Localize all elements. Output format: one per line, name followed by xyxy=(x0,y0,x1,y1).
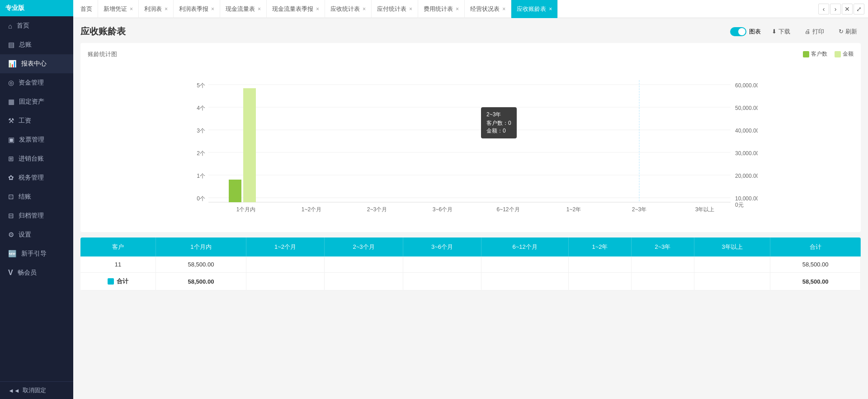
customers-color-dot xyxy=(803,51,809,57)
tab-bar: 首页 新增凭证 × 利润表 × 利润表季报 × 现金流量表 × 现金流量表季报 … xyxy=(73,0,868,18)
tab-cashflow-quarterly[interactable]: 现金流量表季报 × xyxy=(267,0,325,18)
sidebar-item-assets[interactable]: ▦ 固定资产 xyxy=(0,92,73,111)
col-m12: 1~2个月 xyxy=(246,238,325,256)
reports-icon: 📊 xyxy=(8,60,17,68)
close-icon[interactable]: × xyxy=(456,6,459,12)
sidebar-item-guide[interactable]: 🆕 新手引导 xyxy=(0,244,73,263)
chart-title: 账龄统计图 xyxy=(88,50,854,58)
total-label-container: 合计 xyxy=(84,277,152,285)
page-title: 应收账龄表 xyxy=(80,25,126,38)
svg-text:1~2个月: 1~2个月 xyxy=(302,206,321,213)
close-icon[interactable]: × xyxy=(316,6,319,12)
tab-maximize-button[interactable]: ⤢ xyxy=(854,4,864,14)
cell-y3plus xyxy=(694,256,770,273)
tab-prev-button[interactable]: ‹ xyxy=(818,4,829,14)
table-header-row: 客户 1个月内 1~2个月 2~3个月 3~6个月 6~12个月 1~2年 2~… xyxy=(80,238,861,256)
vip-icon: V xyxy=(8,269,13,277)
tab-nav-buttons: ‹ › ✕ ⤢ xyxy=(816,4,866,14)
tab-new-voucher[interactable]: 新增凭证 × xyxy=(98,0,139,18)
sidebar-item-inout[interactable]: ⊞ 进销台账 xyxy=(0,149,73,168)
close-icon[interactable]: × xyxy=(549,6,552,12)
svg-text:60,000.00元: 60,000.00元 xyxy=(735,82,758,89)
close-icon[interactable]: × xyxy=(165,6,168,12)
print-icon: 🖨 xyxy=(805,28,811,35)
total-m612 xyxy=(481,273,569,290)
legend-customers-label: 客户数 xyxy=(811,50,827,58)
close-icon[interactable]: × xyxy=(363,6,366,12)
download-button[interactable]: ⬇ 下载 xyxy=(768,26,794,38)
tab-next-button[interactable]: › xyxy=(830,4,841,14)
tab-home-label: 首页 xyxy=(80,5,92,13)
total-y12 xyxy=(569,273,632,290)
tab-label: 利润表季报 xyxy=(179,5,208,13)
col-total: 合计 xyxy=(770,238,861,256)
svg-text:4个: 4个 xyxy=(197,105,205,111)
sidebar-item-label: 畅会员 xyxy=(18,269,37,277)
sidebar-item-settings[interactable]: ⚙ 设置 xyxy=(0,225,73,244)
chart-toggle[interactable]: 图表 xyxy=(730,27,761,36)
tab-ar-stats[interactable]: 应收统计表 × xyxy=(325,0,372,18)
svg-text:2~3个月: 2~3个月 xyxy=(367,206,387,213)
chart-container: 账龄统计图 客户数 金额 5个 4个 3个 2个 1个 xyxy=(80,43,861,232)
sidebar-item-label: 设置 xyxy=(19,231,31,239)
sidebar-item-label: 首页 xyxy=(17,22,29,30)
sidebar-item-label: 新手引导 xyxy=(21,250,47,258)
table-row: 11 58,500.00 58,500.00 xyxy=(80,256,861,273)
sidebar-item-reports[interactable]: 📊 报表中心 xyxy=(0,54,73,73)
tab-ap-stats[interactable]: 应付统计表 × xyxy=(372,0,418,18)
tab-profit-quarterly[interactable]: 利润表季报 × xyxy=(174,0,220,18)
tab-home[interactable]: 首页 xyxy=(75,0,98,18)
bar-1month-customers xyxy=(229,180,241,202)
close-icon[interactable]: × xyxy=(409,6,412,12)
sidebar-item-label: 工资 xyxy=(19,117,31,125)
sidebar-item-home[interactable]: ⌂ 首页 xyxy=(0,16,73,35)
sidebar-item-invoice[interactable]: ▣ 发票管理 xyxy=(0,130,73,149)
sidebar-item-tax[interactable]: ✿ 税务管理 xyxy=(0,168,73,187)
tab-label: 新增凭证 xyxy=(104,5,127,13)
toggle-label: 图表 xyxy=(749,28,761,36)
tab-operations[interactable]: 经营状况表 × xyxy=(465,0,511,18)
tab-cashflow[interactable]: 现金流量表 × xyxy=(220,0,267,18)
sidebar: 专业版 ⌂ 首页 ▤ 总账 📊 报表中心 ◎ 资金管理 ▦ 固定资产 ⚒ 工资 … xyxy=(0,0,73,399)
toggle-thumb xyxy=(738,28,745,35)
download-label: 下载 xyxy=(778,28,790,36)
col-y3plus: 3年以上 xyxy=(694,238,770,256)
tab-ar-aging[interactable]: 应收账龄表 × xyxy=(511,0,558,18)
tab-expense-stats[interactable]: 费用统计表 × xyxy=(418,0,465,18)
sidebar-item-closing[interactable]: ⊡ 结账 xyxy=(0,187,73,206)
svg-text:3年以上: 3年以上 xyxy=(695,206,715,213)
sidebar-item-label: 固定资产 xyxy=(19,98,44,106)
tab-label: 应付统计表 xyxy=(377,5,406,13)
total-icon xyxy=(108,278,114,285)
sidebar-item-label: 结账 xyxy=(19,193,31,201)
data-table: 客户 1个月内 1~2个月 2~3个月 3~6个月 6~12个月 1~2年 2~… xyxy=(80,238,861,290)
sidebar-item-label: 税务管理 xyxy=(19,174,44,182)
guide-icon: 🆕 xyxy=(8,250,17,258)
tab-close-all-button[interactable]: ✕ xyxy=(842,4,853,14)
close-icon[interactable]: × xyxy=(211,6,214,12)
page-header: 应收账龄表 图表 ⬇ 下载 🖨 打印 ↻ 刷新 xyxy=(80,25,861,38)
closing-icon: ⊡ xyxy=(8,193,14,201)
tab-profit[interactable]: 利润表 × xyxy=(139,0,174,18)
refresh-button[interactable]: ↻ 刷新 xyxy=(835,26,861,38)
close-icon[interactable]: × xyxy=(258,6,261,12)
unpin-button[interactable]: ◄◄ 取消固定 xyxy=(0,381,73,399)
svg-text:10,000.00元: 10,000.00元 xyxy=(735,195,758,202)
archive-icon: ⊟ xyxy=(8,212,14,220)
toggle-track[interactable] xyxy=(730,27,746,36)
close-icon[interactable]: × xyxy=(130,6,133,12)
sidebar-item-ledger[interactable]: ▤ 总账 xyxy=(0,35,73,54)
sidebar-item-salary[interactable]: ⚒ 工资 xyxy=(0,111,73,130)
close-icon[interactable]: × xyxy=(502,6,505,12)
total-total: 58,500.00 xyxy=(770,273,861,290)
sidebar-item-label: 归档管理 xyxy=(19,212,44,220)
sidebar-item-label: 总账 xyxy=(19,41,32,49)
print-button[interactable]: 🖨 打印 xyxy=(801,26,828,38)
sidebar-item-vip[interactable]: V 畅会员 xyxy=(0,263,73,282)
sidebar-item-archive[interactable]: ⊟ 归档管理 xyxy=(0,206,73,225)
total-m1: 58,500.00 xyxy=(156,273,246,290)
total-m12 xyxy=(246,273,325,290)
sidebar-item-funds[interactable]: ◎ 资金管理 xyxy=(0,73,73,92)
legend-amount-label: 金额 xyxy=(843,50,854,58)
cell-customer: 11 xyxy=(80,256,156,273)
